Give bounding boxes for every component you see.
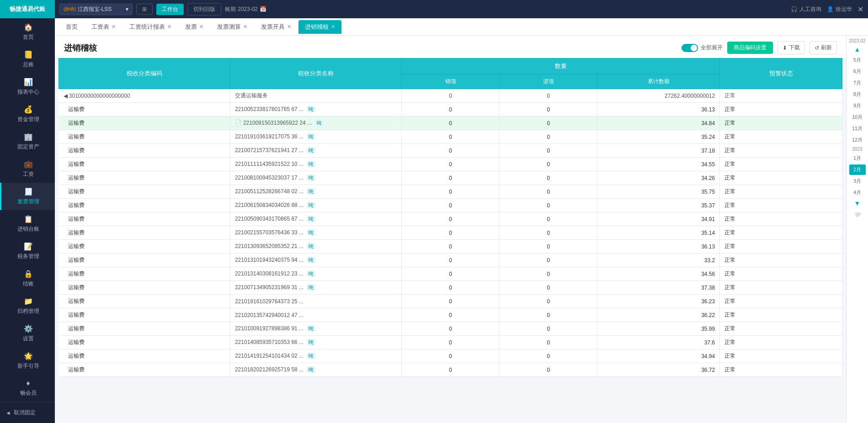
heart-icon[interactable]: 🤍 — [854, 212, 861, 218]
tab-invoice-close[interactable]: ✕ — [199, 24, 203, 30]
scroll-up-button[interactable]: ▲ — [853, 44, 862, 54]
sidebar-item-assets[interactable]: 🏢 固定资产 — [0, 128, 55, 155]
month-8[interactable]: 8月 — [849, 89, 866, 100]
month-10[interactable]: 10月 — [849, 112, 866, 122]
sidebar-item-tax[interactable]: 📝 税务管理 — [0, 238, 55, 265]
month-4[interactable]: 4月 — [849, 187, 866, 198]
row-sales: 0 — [401, 116, 499, 130]
tab-home[interactable]: 首页 — [59, 20, 84, 34]
row-cumulative: 35.14 — [597, 226, 720, 240]
expand-toggle[interactable]: 全部展开 — [682, 44, 723, 52]
sidebar-item-ledger[interactable]: 📒 总账 — [0, 46, 55, 73]
row-sales: 0 — [401, 130, 499, 144]
sidebar-item-settings[interactable]: ⚙️ 设置 — [0, 320, 55, 347]
parent-name: 交通运输服务 — [230, 89, 401, 103]
table-row: 运输费 221002155703576436 33 ... 吨 0 0 35.1… — [59, 226, 842, 240]
user-menu[interactable]: 👤 徐运华 — [827, 5, 852, 13]
month-11[interactable]: 11月 — [849, 123, 866, 134]
month-12[interactable]: 12月 — [849, 135, 866, 145]
row-status: 正常 — [720, 144, 842, 158]
row-status: 正常 — [720, 130, 842, 144]
row-cumulative: 35.37 — [597, 199, 720, 212]
workbench-button[interactable]: 工作台 — [156, 4, 184, 15]
row-sales: 0 — [401, 363, 499, 377]
sidebar-item-home[interactable]: 🏠 首页 — [0, 18, 55, 46]
row-code: 221014191254101434 02 ... 吨 — [230, 349, 401, 363]
support-button[interactable]: 🎧 人工咨询 — [791, 5, 821, 13]
month-1[interactable]: 1月 — [849, 153, 866, 164]
month-5[interactable]: 5月 — [849, 55, 866, 65]
tab-reconcile-close[interactable]: ✕ — [331, 24, 335, 30]
month-2-current[interactable]: 2月 — [849, 164, 866, 175]
month-7[interactable]: 7月 — [849, 78, 866, 88]
row-status: 正常 — [720, 199, 842, 212]
row-status: 正常 — [720, 363, 842, 377]
tab-payroll[interactable]: 工资表 ✕ — [85, 20, 122, 34]
col-header-purchase: 进项 — [500, 74, 597, 89]
month-9[interactable]: 9月 — [849, 100, 866, 111]
table-container: 税收分类编码 税收分类名称 数量 预警状态 销项 进项 累计数额 — [55, 58, 846, 423]
tab-payroll-stats-close[interactable]: ✕ — [167, 24, 171, 30]
close-button[interactable]: ✕ — [857, 5, 863, 14]
row-cumulative: 36.13 — [597, 103, 720, 116]
sidebar-item-label: 新手引导 — [17, 362, 39, 370]
tab-reconcile[interactable]: 进销稽核 ✕ — [298, 20, 341, 34]
row-code: 221011111435921522 10 ... 吨 — [230, 158, 401, 171]
row-cumulative: 37.18 — [597, 144, 720, 158]
tab-payroll-close[interactable]: ✕ — [112, 24, 116, 30]
tab-invoice[interactable]: 发票 ✕ — [179, 20, 210, 34]
row-cumulative: 36.72 — [597, 363, 720, 377]
row-name: 运输费 — [59, 130, 230, 144]
row-cumulative: 36.13 — [597, 240, 720, 254]
row-cumulative: 37.6 — [597, 336, 720, 349]
sidebar-item-archive[interactable]: 📁 归档管理 — [0, 292, 55, 320]
row-status: 正常 — [720, 185, 842, 199]
parent-sales: 0 — [401, 89, 499, 103]
toggle-track[interactable] — [682, 44, 698, 52]
row-purchase: 0 — [500, 171, 597, 185]
settings-btn[interactable]: 商品编码设置 — [727, 42, 773, 54]
download-btn[interactable]: ⬇ 下载 — [777, 41, 805, 54]
sidebar-item-member[interactable]: ♦ 畅会员 — [0, 375, 55, 402]
sidebar-item-closing[interactable]: 🔒 结账 — [0, 265, 55, 292]
row-purchase: 0 — [500, 199, 597, 212]
content-area: 进销稽核 全部展开 商品编码设置 ⬇ 下载 ↺ 刷 — [55, 36, 868, 423]
tab-invoice-calc[interactable]: 发票测算 ✕ — [211, 20, 254, 34]
refresh-label: 刷新 — [821, 44, 832, 52]
calendar-icon[interactable]: 📅 — [260, 6, 266, 12]
sidebar-item-funds[interactable]: 💰 资金管理 — [0, 100, 55, 128]
unpin-button[interactable]: ◄ 取消固定 — [0, 406, 55, 419]
sidebar-item-invoice-mgmt[interactable]: 🧾 发票管理 — [0, 183, 55, 210]
parent-cumulative: 27262.40000000012 — [597, 89, 720, 103]
row-purchase: 0 — [500, 349, 597, 363]
table-row: 运输费 221014191254101434 02 ... 吨 0 0 34.9… — [59, 349, 842, 363]
sidebar-item-guide[interactable]: 🌟 新手引导 — [0, 347, 55, 375]
tab-payroll-stats[interactable]: 工资统计报表 ✕ — [123, 20, 178, 34]
sidebar-item-payroll[interactable]: 💼 工资 — [0, 155, 55, 183]
tab-invoice-open[interactable]: 发票开具 ✕ — [255, 20, 298, 34]
company-dropdown-icon: ▾ — [126, 6, 128, 12]
col-header-quantity-group: 数量 — [401, 58, 719, 74]
refresh-btn[interactable]: ↺ 刷新 — [809, 41, 837, 54]
sidebar-item-reports[interactable]: 📊 报表中心 — [0, 73, 55, 100]
col-header-status: 预警状态 — [720, 58, 842, 89]
tab-invoice-open-close[interactable]: ✕ — [287, 24, 291, 30]
row-name: 运输费 — [59, 254, 230, 267]
row-purchase: 0 — [500, 308, 597, 322]
period-prefix: 账期 — [225, 5, 236, 13]
month-3[interactable]: 3月 — [849, 176, 866, 186]
scroll-down-button[interactable]: ▼ — [853, 198, 862, 208]
row-status: 正常 — [720, 281, 842, 295]
copy-button[interactable]: ⊞ — [136, 4, 153, 15]
switch-version-button[interactable]: 切到旧版 — [187, 3, 221, 16]
row-purchase: 0 — [500, 185, 597, 199]
company-selector[interactable]: (勿动) 江西报宝-LSS ▾ — [59, 4, 133, 15]
row-name: 运输费 — [59, 281, 230, 295]
sidebar-item-purchase-sales[interactable]: 📋 进销台账 — [0, 210, 55, 238]
row-purchase: 0 — [500, 103, 597, 116]
tab-invoice-calc-close[interactable]: ✕ — [243, 24, 247, 30]
topbar: (勿动) 江西报宝-LSS ▾ ⊞ 工作台 切到旧版 账期 2023-02 📅 … — [55, 0, 868, 18]
row-name: 运输费 — [59, 267, 230, 281]
month-6[interactable]: 6月 — [849, 66, 866, 77]
sidebar-item-label: 发票管理 — [17, 198, 39, 206]
